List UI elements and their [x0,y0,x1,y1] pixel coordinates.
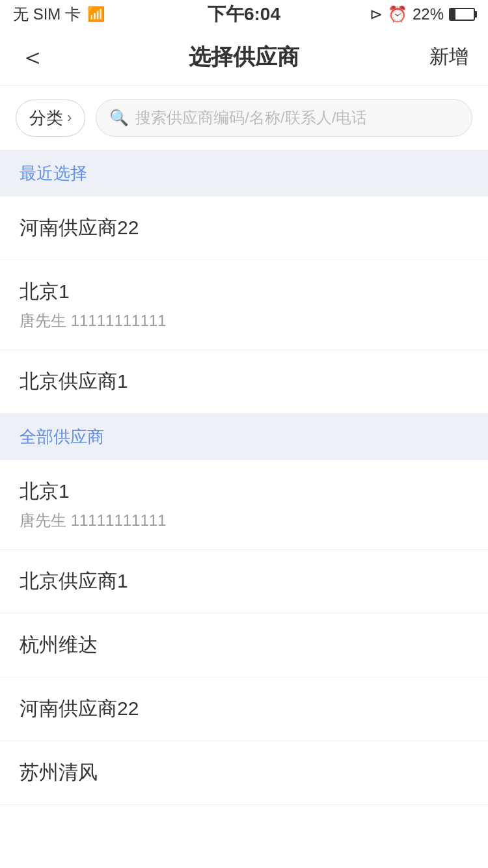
item-contact: 唐先生 11111111111 [20,510,468,531]
item-name: 北京1 [20,278,468,305]
status-time: 下午6:04 [208,2,280,27]
list-item[interactable]: 北京1唐先生 11111111111 [0,260,488,350]
list-item[interactable]: 河南供应商22 [0,677,488,741]
filter-bar: 分类 › 🔍 搜索供应商编码/名称/联系人/电话 [0,86,488,150]
item-name: 河南供应商22 [20,215,468,241]
battery-icon [449,8,475,21]
battery-percent: 22% [413,5,444,23]
recent-items-list: 河南供应商22北京1唐先生 11111111111北京供应商1 [0,197,488,414]
nav-bar: ＜ 选择供应商 新增 [0,29,488,86]
category-label: 分类 [29,107,63,129]
no-sim-label: 无 SIM 卡 [13,4,81,25]
add-button[interactable]: 新增 [429,44,468,70]
chevron-right-icon: › [67,109,72,126]
list-item[interactable]: 北京供应商1 [0,550,488,614]
all-section-label: 全部供应商 [20,427,104,446]
recent-section-header: 最近选择 [0,150,488,197]
back-button[interactable]: ＜ [20,39,59,75]
status-left: 无 SIM 卡 📶 [13,4,105,25]
location-icon: ⊳ [370,5,383,23]
search-icon: 🔍 [109,109,129,127]
back-icon: ＜ [20,39,46,75]
item-name: 杭州维达 [20,632,468,658]
wifi-icon: 📶 [87,6,105,23]
all-items-list: 北京1唐先生 11111111111北京供应商1杭州维达河南供应商22苏州清风 [0,460,488,805]
recent-section-label: 最近选择 [20,163,87,183]
all-section-header: 全部供应商 [0,414,488,460]
list-item[interactable]: 苏州清风 [0,741,488,805]
list-item[interactable]: 河南供应商22 [0,197,488,260]
page-title: 选择供应商 [59,42,429,72]
status-bar: 无 SIM 卡 📶 下午6:04 ⊳ ⏰ 22% [0,0,488,29]
item-name: 苏州清风 [20,759,468,786]
list-item[interactable]: 北京1唐先生 11111111111 [0,460,488,550]
alarm-icon: ⏰ [388,5,407,23]
status-right: ⊳ ⏰ 22% [370,5,475,23]
item-name: 北京供应商1 [20,568,468,595]
search-placeholder: 搜索供应商编码/名称/联系人/电话 [135,107,367,128]
item-name: 河南供应商22 [20,696,468,722]
item-contact: 唐先生 11111111111 [20,310,468,331]
list-item[interactable]: 杭州维达 [0,614,488,677]
item-name: 北京1 [20,478,468,505]
item-name: 北京供应商1 [20,368,468,395]
search-box[interactable]: 🔍 搜索供应商编码/名称/联系人/电话 [96,99,472,137]
list-item[interactable]: 北京供应商1 [0,350,488,414]
category-button[interactable]: 分类 › [16,100,85,137]
